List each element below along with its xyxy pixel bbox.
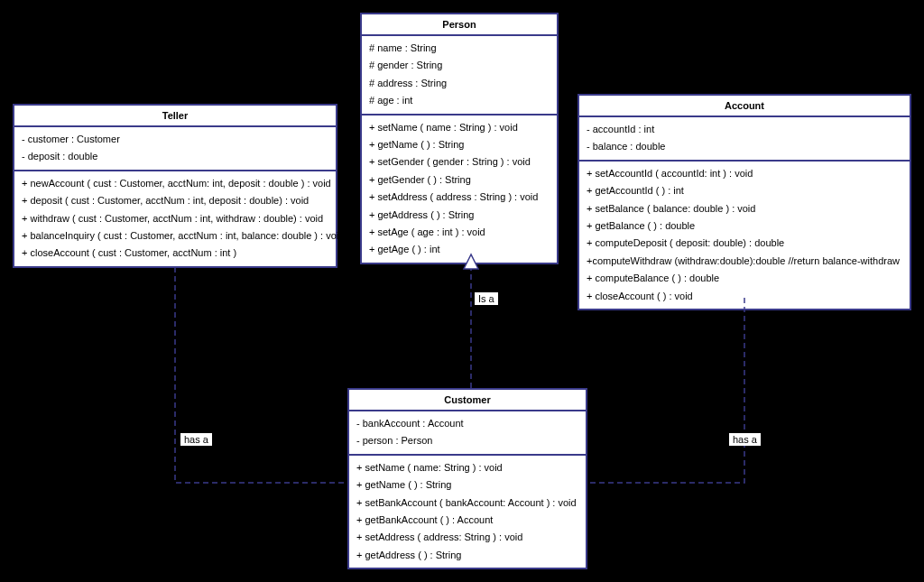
attribute: # name : String	[369, 40, 550, 57]
method: + setAge ( age : int ) : void	[369, 224, 550, 241]
method: + getGender ( ) : String	[369, 171, 550, 189]
method: + setGender ( gender : String ) : void	[369, 153, 550, 171]
methods-section: + setName ( name : String ) : void + get…	[362, 115, 557, 263]
relation-person-customer	[464, 254, 478, 388]
method: + balanceInquiry ( cust : Customer, acct…	[22, 227, 328, 245]
method: + setAddress ( address: String ) : void	[356, 529, 578, 546]
method: + getAge ( ) : int	[369, 241, 550, 258]
attribute: - balance : double	[587, 138, 902, 155]
method: + getAddress ( ) : String	[369, 207, 550, 224]
attribute: # gender : String	[369, 57, 550, 74]
class-title: Teller	[14, 106, 336, 127]
relation-label-is-a: Is a	[475, 292, 498, 305]
class-title: Account	[579, 96, 910, 117]
attributes-section: # name : String # gender : String # addr…	[362, 36, 557, 115]
class-teller: Teller - customer : Customer - deposit :…	[13, 104, 337, 268]
method: + setAccountId ( accountId: int ) : void	[587, 165, 902, 182]
method: + computeDeposit ( deposit: double) : do…	[587, 235, 902, 252]
attributes-section: - bankAccount : Account - person : Perso…	[349, 411, 586, 456]
attribute: - customer : Customer	[22, 131, 328, 148]
methods-section: + newAccount ( cust : Customer, acctNum:…	[14, 171, 336, 266]
attribute: - deposit : double	[22, 148, 328, 165]
attributes-section: - customer : Customer - deposit : double	[14, 127, 336, 171]
attribute: # address : String	[369, 75, 550, 92]
methods-section: + setName ( name: String ) : void + getN…	[349, 456, 586, 568]
method: + getAddress ( ) : String	[356, 547, 578, 564]
method: + getBankAccount ( ) : Account	[356, 512, 578, 529]
method: + setBankAccount ( bankAccount: Account …	[356, 494, 578, 512]
method: + setName ( name : String ) : void	[369, 119, 550, 136]
method: + getAccountId ( ) : int	[587, 182, 902, 199]
attribute: # age : int	[369, 92, 550, 109]
class-customer: Customer - bankAccount : Account - perso…	[347, 388, 587, 569]
method: + closeAccount ( ) : void	[587, 288, 902, 305]
method: +computeWithdraw (withdraw:double):doubl…	[587, 253, 902, 270]
attribute: - accountId : int	[587, 121, 902, 138]
method: + getBalance ( ) : double	[587, 217, 902, 235]
attribute: - person : Person	[356, 432, 578, 449]
method: + closeAccount ( cust : Customer, acctNu…	[22, 245, 328, 262]
method: + getName ( ) : String	[356, 476, 578, 494]
method: + setBalance ( balance: double ) : void	[587, 200, 902, 217]
method: + newAccount ( cust : Customer, acctNum:…	[22, 175, 328, 192]
relation-label-has-a-teller: has a	[180, 433, 212, 446]
method: + withdraw ( cust : Customer, acctNum : …	[22, 210, 328, 227]
relation-teller-customer	[175, 267, 347, 483]
class-title: Customer	[349, 390, 586, 411]
method: + setAddress ( address : String ) : void	[369, 189, 550, 206]
relation-label-has-a-account: has a	[729, 433, 761, 446]
class-person: Person # name : String # gender : String…	[360, 13, 559, 264]
class-title: Person	[362, 14, 557, 36]
attribute: - bankAccount : Account	[356, 415, 578, 432]
method: + setName ( name: String ) : void	[356, 459, 578, 476]
attributes-section: - accountId : int - balance : double	[579, 117, 910, 162]
method: + computeBalance ( ) : double	[587, 270, 902, 287]
methods-section: + setAccountId ( accountId: int ) : void…	[579, 162, 910, 309]
method: + deposit ( cust : Customer, acctNum : i…	[22, 192, 328, 209]
relation-account-customer	[587, 298, 744, 483]
method: + getName ( ) : String	[369, 136, 550, 153]
class-account: Account - accountId : int - balance : do…	[578, 94, 911, 310]
